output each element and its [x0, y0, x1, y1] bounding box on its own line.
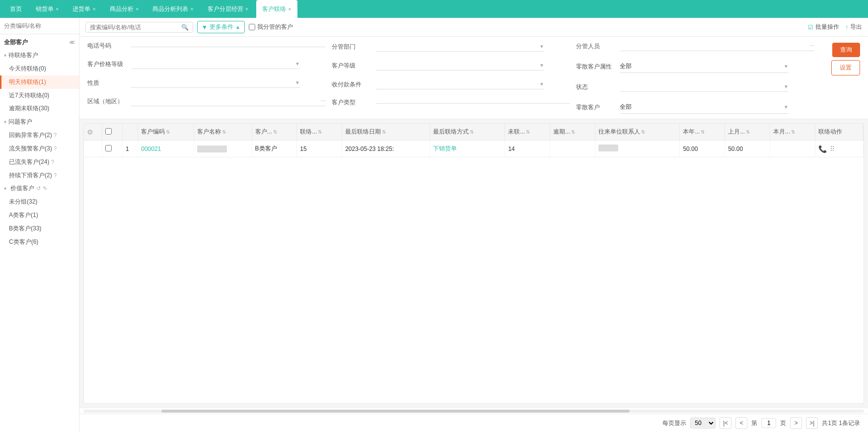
- horizontal-scrollbar[interactable]: [79, 408, 868, 414]
- th-type[interactable]: 客户... ⇅: [252, 124, 297, 141]
- row-checkbox: [102, 141, 122, 157]
- filter-select-customer-level[interactable]: ▼: [375, 61, 544, 71]
- batch-icon: ☑: [808, 24, 813, 31]
- sidebar-item-ungrouped[interactable]: 未分组(32): [0, 195, 79, 209]
- th-name[interactable]: 客户名称 ⇅: [194, 124, 252, 141]
- row-code[interactable]: 000021: [138, 141, 194, 157]
- th-unit-contact[interactable]: 往来单位联系人 ⇅: [595, 124, 679, 141]
- my-customers-checkbox[interactable]: 我分管的客户: [249, 23, 293, 31]
- th-last-month[interactable]: 上月... ⇅: [725, 124, 770, 141]
- sidebar-group-pending[interactable]: 待联络客户: [0, 49, 79, 62]
- nav-tab-1[interactable]: 进货单 ×: [67, 0, 101, 18]
- nav-tab-4[interactable]: 客户分层经营 ×: [202, 0, 254, 18]
- settings-button[interactable]: 设置: [831, 60, 860, 75]
- nav-tab-2[interactable]: 商品分析 ×: [104, 0, 145, 18]
- row-name[interactable]: Ea: [194, 141, 252, 157]
- export-btn[interactable]: ↑ 导出: [845, 23, 862, 31]
- per-page-select[interactable]: 10 20 50 100: [690, 418, 716, 429]
- th-overdue[interactable]: 逾期... ⇅: [550, 124, 595, 141]
- sidebar-item-c-class[interactable]: C类客户(6): [0, 235, 79, 249]
- action-menu-icon[interactable]: ⠿: [830, 145, 835, 153]
- nav-tab-3[interactable]: 商品分析列表 ×: [146, 0, 199, 18]
- nature-chevron: ▼: [295, 80, 300, 85]
- filter-customer-type[interactable]: [375, 101, 570, 104]
- filter-select-dept[interactable]: ▼: [375, 42, 544, 52]
- nav-tab-close-2[interactable]: ×: [136, 6, 139, 12]
- nav-tab-close-3[interactable]: ×: [190, 6, 193, 12]
- filter-row-3-col2: 收付款条件 ▼: [332, 79, 570, 89]
- th-this-year[interactable]: 本年... ⇅: [680, 124, 725, 141]
- th-code[interactable]: 客户编码 ⇅: [138, 124, 194, 141]
- sidebar-item-tomorrow[interactable]: 明天待联络(1): [0, 75, 79, 89]
- filter-input-phone[interactable]: [131, 45, 326, 47]
- sidebar-group-value[interactable]: 价值客户 ↺ ✎: [0, 182, 79, 195]
- table-row: 1 000021 Ea B类客户 15: [84, 141, 864, 157]
- filter-row-4-col3: 零散客户 全部 ▼: [576, 101, 814, 114]
- nav-tab-5[interactable]: 客户联络 ×: [256, 0, 297, 18]
- filter-select-payment[interactable]: ▼: [375, 79, 544, 89]
- scrollbar-thumb[interactable]: [161, 410, 630, 413]
- sidebar-item-a-class[interactable]: A类客户(1): [0, 209, 79, 222]
- nav-tab-close-0[interactable]: ×: [56, 6, 59, 12]
- row-last-method[interactable]: 下销货单: [430, 141, 505, 157]
- next-page-btn[interactable]: >: [790, 417, 802, 429]
- last-method-link[interactable]: 下销货单: [433, 145, 457, 152]
- th-action: 联络动作: [815, 124, 863, 141]
- retail-attr-chevron: ▼: [784, 64, 789, 69]
- filter-select-retail-attr[interactable]: 全部 ▼: [620, 60, 789, 73]
- batch-operation-btn[interactable]: ☑ 批量操作: [808, 23, 839, 31]
- row-last-date: 2023-05-23 18:25:: [342, 141, 430, 157]
- nav-tab-0[interactable]: 销货单 ×: [30, 0, 65, 18]
- row-last-month: 50.00: [725, 141, 770, 157]
- nav-tab-close-4[interactable]: ×: [245, 6, 248, 12]
- value-group-refresh-icon[interactable]: ↺: [36, 185, 41, 192]
- filter-region[interactable]: ···: [131, 97, 326, 106]
- prev-page-btn[interactable]: <: [735, 417, 747, 429]
- region-dots[interactable]: ···: [321, 97, 326, 104]
- filter-label-status: 状态: [576, 83, 616, 91]
- nav-tab-close-5[interactable]: ×: [288, 6, 291, 12]
- nav-home[interactable]: 首页: [4, 0, 28, 18]
- th-last-method[interactable]: 最后联络方式 ⇅: [430, 124, 505, 141]
- value-group-edit-icon[interactable]: ✎: [43, 185, 47, 192]
- select-all-checkbox[interactable]: [105, 128, 112, 135]
- th-not-contacted[interactable]: 未联... ⇅: [505, 124, 550, 141]
- filter-select-status[interactable]: ▼: [620, 82, 789, 92]
- sidebar-item-repurchase-abnormal[interactable]: 回购异常客户(2) ?: [0, 129, 79, 142]
- filter-btn[interactable]: ▼ 更多条件 ▲: [197, 21, 245, 33]
- my-customers-check[interactable]: [249, 24, 255, 30]
- sidebar-item-today[interactable]: 今天待联络(0): [0, 62, 79, 75]
- filter-select-retail[interactable]: 全部 ▼: [620, 101, 789, 114]
- first-page-btn[interactable]: |<: [720, 417, 731, 429]
- sidebar-all-customers[interactable]: 全部客户 ≪: [0, 34, 79, 49]
- row-select-checkbox[interactable]: [105, 145, 112, 151]
- filter-row-4: 区域（地区） ···: [87, 97, 326, 106]
- th-last-date[interactable]: 最后联络日期 ⇅: [342, 124, 430, 141]
- filter-manager[interactable]: ···: [620, 42, 814, 51]
- sidebar-item-declining[interactable]: 持续下滑客户(2) ?: [0, 169, 79, 182]
- sidebar-item-overdue[interactable]: 逾期未联络(30): [0, 102, 79, 115]
- customer-code-link[interactable]: 000021: [141, 145, 161, 152]
- sidebar-item-7days[interactable]: 近7天待联络(0): [0, 89, 79, 102]
- action-phone-icon[interactable]: 📞: [818, 145, 827, 153]
- th-contacts[interactable]: 联络... ⇅: [297, 124, 342, 141]
- last-page-btn[interactable]: >|: [806, 417, 818, 429]
- search-input[interactable]: [90, 24, 179, 31]
- page-input[interactable]: [761, 418, 776, 428]
- filter-row-2-col3: 零散客户属性 全部 ▼: [576, 60, 814, 73]
- query-button[interactable]: 查询: [832, 43, 860, 57]
- sidebar-item-churn-warning[interactable]: 流失预警客户(3) ?: [0, 142, 79, 155]
- sidebar-search-input[interactable]: [4, 22, 78, 29]
- gear-settings-icon[interactable]: ⚙: [87, 128, 93, 136]
- th-this-month[interactable]: 本月... ⇅: [770, 124, 815, 141]
- nav-tab-close-1[interactable]: ×: [92, 6, 95, 12]
- sidebar-group-problem[interactable]: 问题客户: [0, 115, 79, 129]
- row-contacts: 15: [297, 141, 342, 157]
- filter-select-nature[interactable]: ▼: [131, 78, 300, 88]
- manager-dots[interactable]: ···: [809, 42, 814, 49]
- filter-select-price-level[interactable]: ▼: [131, 59, 300, 69]
- sidebar-item-b-class[interactable]: B类客户(33): [0, 222, 79, 235]
- search-icon[interactable]: 🔍: [181, 24, 189, 31]
- filter-row-4-col2: 客户类型: [332, 98, 570, 107]
- sidebar-item-churned[interactable]: 已流失客户(24) ?: [0, 155, 79, 169]
